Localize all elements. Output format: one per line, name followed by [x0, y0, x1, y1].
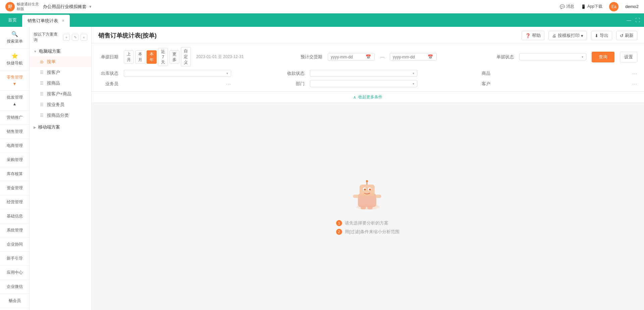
delivery-status-dropdown-icon: ▾: [226, 71, 228, 75]
wholesale-label: 批发管理: [7, 95, 23, 100]
date-range-display: 2023-01-01 至 2023-12-31: [196, 54, 244, 60]
sidebar-item-enterprise[interactable]: 企业协同: [0, 238, 29, 252]
sidebar-item-wechat[interactable]: 企业微信: [0, 280, 29, 294]
refresh-btn[interactable]: ↺ 刷新: [616, 31, 637, 40]
scheme-item-by-customer-product[interactable]: ☰ 按客户+商品: [30, 89, 91, 99]
print-icon: 🖨: [552, 33, 556, 38]
settings-btn[interactable]: 设置: [620, 52, 637, 62]
scheme-header: 按以下方案查询 + ✎ «: [30, 30, 91, 45]
date-label: 单据日期: [98, 54, 118, 60]
window-max-icon[interactable]: ⛶: [635, 17, 640, 23]
scheme-collapse-btn[interactable]: «: [80, 34, 87, 41]
delivery-date-end[interactable]: 📅: [390, 53, 437, 61]
filter-row-3: 业务员 ··· 部门 ▾ 客户 ···: [98, 80, 637, 87]
salesperson-label: 业务员: [98, 81, 118, 87]
window-min-icon[interactable]: —: [627, 17, 631, 23]
sidebar-item-search[interactable]: 🔍 搜索菜单: [0, 27, 29, 49]
empty-tip-1: 1 请先选择要分析的方案: [336, 220, 399, 226]
scheme-item-by-customer[interactable]: ☰ 按客户: [30, 67, 91, 78]
customer-more-btn[interactable]: ···: [632, 81, 637, 87]
filter-row-1: 单据日期 上月 本月 本年 近7天 更多 自定义 2023-01-01 至 20…: [98, 47, 637, 66]
filter-row-2: 出库状态 ▾ 收款状态 ▾ 商品 ···: [98, 70, 637, 77]
sidebar-item-sales[interactable]: 销售管理: [0, 125, 29, 139]
sidebar-item-quicknav[interactable]: ⭐ 快捷导航: [0, 49, 29, 70]
sidebar-item-newbie[interactable]: 新手引导: [0, 252, 29, 266]
scheme-item-by-salesperson[interactable]: ☰ 按业务员: [30, 99, 91, 110]
delivery-date-end-input[interactable]: [393, 55, 426, 59]
department-dropdown-icon: ▾: [413, 82, 414, 86]
scheme-edit-btn[interactable]: ✎: [72, 34, 78, 41]
main-layout: 🔍 搜索菜单 ⭐ 快捷导航 零售管理 ▼ 批发管理 ▲ 营销推广 销售管理 电商…: [0, 27, 644, 310]
app-title-dropdown-icon[interactable]: ▾: [89, 4, 92, 9]
retail-label: 零售管理: [7, 74, 23, 80]
mobile-expand-icon: ▶: [34, 125, 36, 129]
payment-status-select[interactable]: ▾: [310, 70, 417, 77]
date-btn-this-year[interactable]: 本年: [147, 50, 157, 64]
logo-area: 好 畅捷通好生意 标版: [5, 2, 39, 11]
scheme-group-mobile-title[interactable]: ▶ 移动端方案: [30, 122, 91, 132]
order-icon: ◎: [39, 59, 44, 64]
help-btn[interactable]: ❓ 帮助: [522, 31, 544, 40]
main-panel: 销售订单统计表(按单) ❓ 帮助 🖨 按模板打印 ▾ ⬇ 导出: [92, 27, 644, 310]
date-btn-more[interactable]: 更多: [169, 50, 179, 64]
svg-point-8: [366, 180, 368, 182]
date-btn-last-month[interactable]: 上月: [124, 50, 134, 64]
sidebar-item-operation[interactable]: 经营管理: [0, 195, 29, 209]
tab-close-icon[interactable]: ×: [62, 18, 64, 23]
sidebar-item-ecommerce[interactable]: 电商管理: [0, 139, 29, 153]
scheme-item-by-category[interactable]: ☰ 按商品分类: [30, 110, 91, 121]
date-btn-custom[interactable]: 自定义: [181, 47, 191, 66]
delivery-date-start[interactable]: 📅: [328, 53, 375, 61]
sidebar-item-basic[interactable]: 基础信息: [0, 209, 29, 223]
product-icon: ☰: [39, 81, 44, 86]
collapse-area: ∧ 收起更多条件: [92, 92, 644, 103]
scheme-group-pc-title[interactable]: ▼ 电脑端方案: [30, 46, 91, 56]
results-area: 1 请先选择要分析的方案 2 用[过滤]条件来缩小分析范围: [92, 103, 644, 310]
top-right: 💬 消息 📱 App下载 Ea demo2: [560, 2, 639, 11]
tab-sales-order[interactable]: 销售订单统计表 ×: [22, 15, 70, 27]
sidebar: 🔍 搜索菜单 ⭐ 快捷导航 零售管理 ▼ 批发管理 ▲ 营销推广 销售管理 电商…: [0, 27, 30, 310]
date-btn-this-month[interactable]: 本月: [135, 50, 145, 64]
print-btn[interactable]: 🖨 按模板打印 ▾: [548, 31, 587, 40]
status-label: 单据状态: [494, 54, 514, 60]
expected-delivery-label: 预计交货期: [301, 54, 322, 60]
product-more-btn[interactable]: ···: [632, 71, 637, 76]
delivery-status-select[interactable]: ▾: [124, 70, 231, 77]
message-btn[interactable]: 💬 消息: [560, 4, 574, 9]
department-select[interactable]: ▾: [310, 80, 417, 87]
query-btn[interactable]: 查询: [592, 52, 614, 62]
user-name: demo2: [625, 4, 639, 9]
tab-home[interactable]: 首页: [3, 13, 22, 27]
sidebar-item-member[interactable]: 畅会员: [0, 294, 29, 308]
delivery-date-start-input[interactable]: [331, 55, 364, 59]
salesperson-more-btn[interactable]: ···: [226, 81, 231, 87]
sidebar-item-inventory[interactable]: 库存核算: [0, 167, 29, 181]
retail-arrow: ▼: [13, 82, 17, 86]
sidebar-item-appcenter[interactable]: 应用中心: [0, 266, 29, 280]
scheme-item-by-product[interactable]: ☰ 按商品: [30, 78, 91, 89]
sidebar-item-system[interactable]: 系统管理: [0, 223, 29, 238]
sidebar-item-finance[interactable]: 资金管理: [0, 181, 29, 195]
svg-point-5: [364, 189, 366, 191]
scheme-item-by-order[interactable]: ◎ 按单: [30, 56, 91, 67]
svg-rect-9: [353, 195, 359, 198]
export-btn[interactable]: ⬇ 导出: [591, 31, 612, 40]
date-btn-7days[interactable]: 近7天: [158, 48, 168, 66]
status-select[interactable]: ▾: [519, 53, 586, 60]
sidebar-item-wholesale[interactable]: 批发管理 ▲: [0, 91, 29, 111]
app-download-btn[interactable]: 📱 App下载: [581, 4, 602, 9]
date-filter-control: 上月 本月 本年 近7天 更多 自定义: [124, 47, 191, 66]
app-title-text: 办公用品行业模拟账套: [43, 4, 87, 10]
product-label: 商品: [470, 70, 490, 76]
quicknav-icon: ⭐: [11, 53, 18, 59]
sidebar-item-purchase[interactable]: 采购管理: [0, 153, 29, 167]
logo-icon: 好: [5, 2, 15, 11]
avatar[interactable]: Ea: [609, 2, 619, 11]
sidebar-item-retail[interactable]: 零售管理 ▼: [0, 70, 29, 91]
scheme-add-btn[interactable]: +: [63, 34, 70, 41]
window-controls: — ⛶: [627, 17, 644, 23]
sidebar-item-marketing[interactable]: 营销推广: [0, 111, 29, 125]
salesperson-icon: ☰: [39, 102, 44, 107]
customer-product-icon: ☰: [39, 91, 44, 97]
collapse-btn[interactable]: ∧ 收起更多条件: [353, 92, 382, 103]
